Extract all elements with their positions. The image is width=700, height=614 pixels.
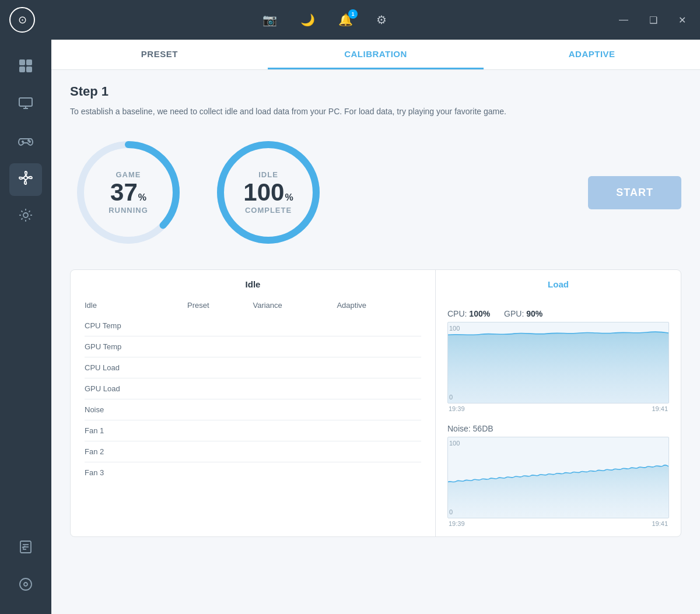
- sidebar-item-monitor[interactable]: [9, 89, 42, 121]
- game-status: RUNNING: [108, 206, 148, 215]
- noise-chart-y-top: 100: [449, 440, 460, 447]
- noise-x-start: 19:39: [449, 520, 465, 527]
- game-circle-inner: GAME 37 % RUNNING: [108, 170, 148, 215]
- svg-rect-0: [19, 59, 25, 65]
- game-value: 37: [110, 180, 138, 205]
- camera-icon[interactable]: 📷: [262, 13, 277, 27]
- noise-chart-y-bottom: 0: [449, 508, 453, 515]
- svg-point-10: [29, 141, 30, 142]
- row-cell: [187, 336, 253, 357]
- svg-line-17: [22, 211, 23, 212]
- row-cell: [187, 399, 253, 420]
- disk-icon: [19, 577, 33, 595]
- titlebar-center: 📷 🌙 🔔 1 ⚙: [35, 13, 614, 27]
- idle-label: IDLE: [258, 170, 278, 179]
- row-cell: [187, 357, 253, 378]
- row-cell: [187, 462, 253, 483]
- table-row: GPU Load: [85, 378, 421, 399]
- cpu-chart-area: 100 0: [447, 322, 669, 404]
- svg-rect-4: [19, 98, 32, 106]
- idle-value: 100: [243, 180, 284, 205]
- circles-row: GAME 37 % RUNNING IDLE 100: [70, 134, 681, 251]
- table-row: Fan 1: [85, 420, 421, 441]
- svg-point-25: [20, 578, 32, 590]
- row-cell: [337, 336, 421, 357]
- svg-line-18: [29, 218, 30, 219]
- idle-pct: %: [285, 192, 293, 203]
- start-button[interactable]: START: [588, 176, 681, 209]
- row-cell: [253, 399, 337, 420]
- col-idle: Idle: [85, 297, 187, 315]
- row-cell: [187, 420, 253, 441]
- gpu-label: GPU:: [504, 309, 524, 318]
- fan-icon: [18, 170, 33, 189]
- cpu-chart-svg: [448, 322, 668, 403]
- svg-rect-1: [26, 59, 32, 65]
- step-title: Step 1: [70, 84, 681, 99]
- svg-line-19: [29, 211, 30, 212]
- game-pct: %: [138, 192, 146, 203]
- moon-icon[interactable]: 🌙: [300, 13, 315, 27]
- game-circle: GAME 37 % RUNNING: [70, 134, 187, 251]
- cpu-label: CPU:: [447, 309, 467, 318]
- idle-section-title: Idle: [85, 279, 421, 289]
- brightness-icon: [18, 208, 33, 226]
- noise-chart-section: Noise: 56DB 100 0: [447, 424, 669, 527]
- idle-circle: IDLE 100 % COMPLETE: [210, 134, 327, 251]
- sidebar-bottom: [9, 532, 42, 602]
- row-cell: [337, 441, 421, 462]
- row-label: CPU Load: [85, 357, 187, 378]
- svg-point-11: [24, 176, 27, 180]
- cpu-chart-x-labels: 19:39 19:41: [447, 404, 669, 412]
- sidebar-item-gamepad[interactable]: [9, 126, 42, 159]
- table-row: Fan 2: [85, 441, 421, 462]
- cpu-chart-y-bottom: 0: [449, 394, 453, 401]
- noise-value: 56DB: [473, 424, 494, 433]
- cpu-gpu-chart-section: CPU: 100% GPU: 90% 100 0: [447, 309, 669, 412]
- tab-calibration[interactable]: CALIBRATION: [268, 40, 484, 69]
- load-data-section: Load CPU: 100% GPU: 90% 100 0: [436, 270, 681, 536]
- noise-x-end: 19:41: [652, 520, 668, 527]
- table-row: CPU Temp: [85, 315, 421, 336]
- tab-preset[interactable]: PRESET: [51, 40, 268, 69]
- row-cell: [253, 315, 337, 336]
- table-row: GPU Temp: [85, 336, 421, 357]
- tasks-icon: [19, 540, 33, 557]
- sidebar-item-disk[interactable]: [9, 570, 42, 602]
- noise-chart-svg: [448, 437, 668, 518]
- row-cell: [253, 441, 337, 462]
- load-section-title: Load: [447, 279, 669, 289]
- row-cell: [337, 357, 421, 378]
- row-label: Fan 3: [85, 462, 187, 483]
- row-cell: [187, 378, 253, 399]
- row-cell: [253, 420, 337, 441]
- idle-circle-inner: IDLE 100 % COMPLETE: [243, 170, 293, 215]
- cpu-chart-y-top: 100: [449, 325, 460, 332]
- bell-icon[interactable]: 🔔 1: [338, 13, 353, 27]
- sidebar-item-tasks[interactable]: [9, 532, 42, 565]
- table-header: Idle Preset Variance Adaptive: [85, 297, 421, 315]
- game-label: GAME: [116, 170, 141, 179]
- sidebar: [0, 40, 51, 614]
- row-cell: [187, 441, 253, 462]
- close-button[interactable]: ✕: [674, 12, 691, 28]
- row-label: GPU Load: [85, 378, 187, 399]
- col-variance: Variance: [253, 297, 337, 315]
- maximize-button[interactable]: ❑: [645, 12, 662, 28]
- svg-rect-2: [19, 66, 25, 72]
- sidebar-item-brightness[interactable]: [9, 201, 42, 233]
- settings-icon[interactable]: ⚙: [376, 13, 387, 27]
- row-cell: [253, 462, 337, 483]
- noise-chart-x-labels: 19:39 19:41: [447, 518, 669, 527]
- sidebar-item-fan[interactable]: [9, 163, 42, 196]
- col-adaptive: Adaptive: [337, 297, 421, 315]
- minimize-button[interactable]: —: [614, 12, 633, 27]
- gamepad-icon: [18, 134, 33, 150]
- sidebar-item-dashboard[interactable]: [9, 51, 42, 84]
- noise-chart-title: Noise: 56DB: [447, 424, 669, 433]
- table-row: Noise: [85, 399, 421, 420]
- row-cell: [337, 462, 421, 483]
- tab-adaptive[interactable]: ADAPTIVE: [484, 40, 700, 69]
- monitor-icon: [18, 96, 33, 114]
- dashboard-icon: [18, 58, 33, 77]
